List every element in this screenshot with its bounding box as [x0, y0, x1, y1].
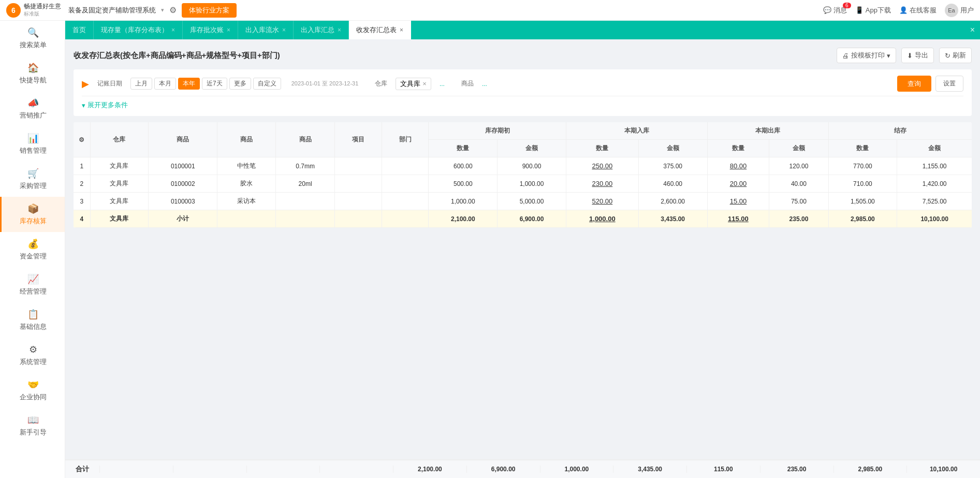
row-out-qty[interactable]: 20.00: [707, 175, 769, 193]
row-in-qty[interactable]: 520.00: [566, 193, 638, 210]
trial-btn[interactable]: 体验行业方案: [182, 3, 237, 18]
expand-row: ▾ 展开更多条件: [82, 96, 963, 110]
subtotal-bal-qty: 2,985.00: [828, 210, 897, 228]
col-settings-header[interactable]: ⚙: [74, 122, 90, 157]
content-area: 首页 现存量（库存分布表） × 库存批次账 × 出入库流水 × 出入库汇总 × …: [65, 21, 980, 478]
row-bal-qty: 710.00: [828, 175, 897, 193]
date-btn-more[interactable]: 更多: [229, 78, 251, 90]
sidebar-item-sales[interactable]: 📊 销售管理: [0, 126, 65, 162]
th-project: 项目: [335, 122, 382, 157]
warehouse-tag[interactable]: 文具库 ×: [396, 78, 431, 90]
sidebar-item-purchase[interactable]: 🛒 采购管理: [0, 162, 65, 197]
tab-close-stock-dist[interactable]: ×: [171, 26, 175, 34]
user-menu[interactable]: Ea 用户: [945, 4, 974, 17]
chevron-down-icon: ▾: [887, 52, 890, 60]
total-placeholder2: [173, 466, 246, 473]
tab-in-out-flow[interactable]: 出入库流水 ×: [238, 21, 294, 39]
row-out-amt: 40.00: [769, 175, 828, 193]
date-btn-this-year[interactable]: 本年: [178, 78, 200, 90]
marketing-icon: 📣: [27, 97, 39, 109]
date-btn-this-month[interactable]: 本月: [154, 78, 176, 90]
total-out-qty: 115.00: [686, 466, 760, 473]
subtotal-out-qty: 115.00: [707, 210, 769, 228]
row-out-amt: 120.00: [769, 157, 828, 175]
filter-settings-btn[interactable]: 设置: [935, 76, 963, 92]
basic-info-icon: 📋: [27, 309, 39, 320]
online-service-btn[interactable]: 👤 在线客服: [899, 6, 937, 15]
sidebar-item-new-guide[interactable]: 📖 新手引导: [0, 408, 65, 443]
warehouse-tag-close[interactable]: ×: [422, 80, 427, 88]
row-opening-amt: 1,000.00: [498, 175, 566, 193]
message-icon: 💬: [823, 6, 831, 14]
page-content: 收发存汇总表(按仓库+商品编码+商品+规格型号+项目+部门) 🖨 按模板打印 ▾…: [65, 39, 980, 478]
row-out-qty[interactable]: 15.00: [707, 193, 769, 210]
expand-conditions-btn[interactable]: ▾ 展开更多条件: [82, 100, 128, 110]
total-placeholder3: [246, 466, 320, 473]
date-btn-7days[interactable]: 近7天: [202, 78, 227, 90]
tab-close-in-out-flow[interactable]: ×: [282, 26, 286, 34]
subtotal-empty3: [335, 210, 382, 228]
row-in-qty[interactable]: 250.00: [566, 157, 638, 175]
goods-ellipsis[interactable]: ...: [482, 80, 487, 88]
page-title: 收发存汇总表(按仓库+商品编码+商品+规格型号+项目+部门): [74, 51, 280, 61]
sidebar-item-marketing[interactable]: 📣 营销推广: [0, 91, 65, 126]
sidebar-item-basic-info[interactable]: 📋 基础信息: [0, 302, 65, 338]
sidebar-item-quick-nav[interactable]: 🏠 快捷导航: [0, 56, 65, 91]
th-out-amt: 金额: [769, 140, 828, 157]
sidebar-item-finance[interactable]: 💰 资金管理: [0, 232, 65, 267]
row-in-qty[interactable]: 230.00: [566, 175, 638, 193]
row-opening-qty: 600.00: [429, 157, 498, 175]
filter-toggle-icon[interactable]: ▶: [82, 78, 89, 90]
sidebar-item-operations[interactable]: 📈 经营管理: [0, 267, 65, 302]
tab-in-out-summary[interactable]: 出入库汇总 ×: [294, 21, 349, 39]
row-opening-amt: 900.00: [498, 157, 566, 175]
subtotal-warehouse: 文具库: [90, 210, 149, 228]
total-bal-amt: 10,100.00: [906, 466, 980, 473]
sidebar-label: 库存核算: [20, 216, 47, 226]
refresh-btn[interactable]: ↻ 刷新: [939, 48, 972, 63]
query-btn[interactable]: 查询: [897, 76, 931, 92]
sidebar-item-inventory[interactable]: 📦 库存核算: [0, 197, 65, 232]
tab-batch-ledger[interactable]: 库存批次账 ×: [183, 21, 238, 39]
row-opening-amt: 5,000.00: [498, 193, 566, 210]
sidebar-item-enterprise[interactable]: 🤝 企业协同: [0, 373, 65, 408]
tab-home[interactable]: 首页: [65, 21, 94, 39]
sys-dropdown[interactable]: ▾: [161, 7, 164, 13]
settings-icon[interactable]: ⚙: [169, 5, 177, 15]
row-bal-qty: 770.00: [828, 157, 897, 175]
print-btn[interactable]: 🖨 按模板打印 ▾: [837, 48, 896, 63]
topbar-actions: 💬 消息 6 📱 App下载 👤 在线客服 Ea 用户: [823, 4, 974, 17]
row-goods-spec: 0.7mm: [275, 157, 334, 175]
warehouse-ellipsis[interactable]: ...: [440, 80, 445, 88]
subtotal-no: 4: [74, 210, 90, 228]
export-btn[interactable]: ⬇ 导出: [901, 48, 934, 63]
row-goods-name: 胶水: [217, 175, 276, 193]
subtotal-empty4: [382, 210, 429, 228]
row-dept: [382, 193, 429, 210]
row-goods-spec: 20ml: [275, 175, 334, 193]
header-actions: 🖨 按模板打印 ▾ ⬇ 导出 ↻ 刷新: [837, 48, 972, 63]
subtotal-in-qty: 1,000.00: [566, 210, 638, 228]
tab-close-in-out-summary[interactable]: ×: [338, 26, 341, 34]
app-download-btn[interactable]: 📱 App下载: [855, 6, 891, 15]
sidebar-item-system[interactable]: ⚙ 系统管理: [0, 338, 65, 373]
row-out-qty[interactable]: 80.00: [707, 157, 769, 175]
tab-stock-dist[interactable]: 现存量（库存分布表） ×: [94, 21, 183, 39]
bottom-total-bar: 合计 2,100.00 6,900.00 1,000.00 3,435.00 1…: [65, 459, 980, 478]
new-guide-icon: 📖: [27, 414, 39, 426]
finance-icon: 💰: [27, 238, 39, 250]
tab-recv-send-summary[interactable]: 收发存汇总表 ×: [349, 21, 411, 39]
total-in-amt: 3,435.00: [613, 466, 686, 473]
date-btn-last-month[interactable]: 上月: [130, 78, 152, 90]
date-btn-custom[interactable]: 自定义: [253, 78, 281, 90]
message-btn[interactable]: 💬 消息 6: [823, 6, 847, 15]
tab-more-btn[interactable]: ×: [965, 25, 980, 35]
sidebar-item-search-menu[interactable]: 🔍 搜索菜单: [0, 21, 65, 56]
row-in-amt: 2,600.00: [638, 193, 707, 210]
th-dept: 部门: [382, 122, 429, 157]
warehouse-label: 仓库: [375, 79, 387, 88]
tab-close-batch-ledger[interactable]: ×: [227, 26, 230, 34]
avatar: Ea: [945, 4, 958, 17]
row-bal-amt: 1,420.00: [897, 175, 972, 193]
tab-close-recv-send-summary[interactable]: ×: [400, 26, 403, 34]
